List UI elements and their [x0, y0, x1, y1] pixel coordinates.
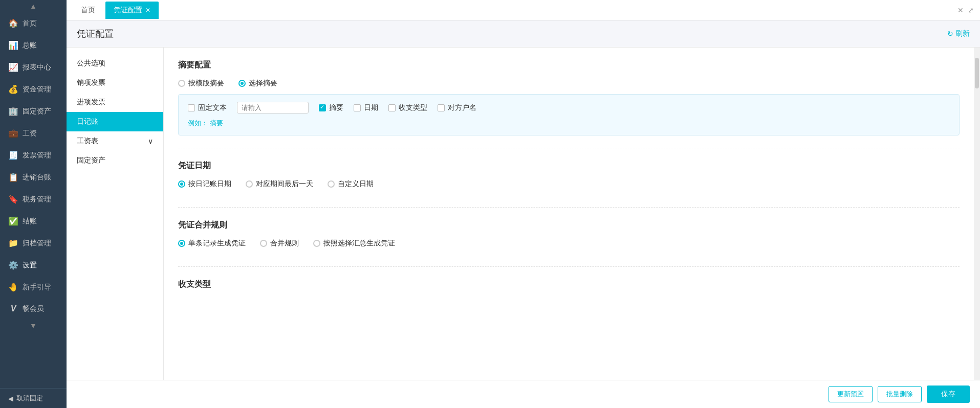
update-preset-button[interactable]: 更新预置	[829, 386, 873, 402]
radio-by-record-date[interactable]: 按日记账日期	[178, 179, 231, 189]
summary-radio-group: 按模版摘要 选择摘要	[178, 79, 960, 88]
voucher-merge-section: 凭证合并规则 单条记录生成凭证 合并规则 按照选择汇总生成凭证	[178, 220, 960, 267]
chevron-down-icon: ∨	[148, 137, 153, 145]
radio-by-record-date-label: 按日记账日期	[188, 179, 231, 189]
tab-home[interactable]: 首页	[73, 2, 103, 19]
page-header: 凭证配置 ↻ 刷新	[67, 20, 980, 48]
sidebar-item-assets[interactable]: 🏢 固定资产	[0, 100, 67, 122]
left-nav-journal[interactable]: 日记账	[67, 112, 163, 131]
radio-by-selection-input[interactable]	[313, 240, 320, 247]
checkbox-date-label: 日期	[364, 103, 378, 112]
radio-last-day-input[interactable]	[246, 180, 253, 188]
radio-select-summary[interactable]: 选择摘要	[238, 79, 277, 88]
left-nav-payroll-label: 工资表	[77, 137, 98, 146]
pin-label: 取消固定	[16, 394, 43, 403]
radio-last-day[interactable]: 对应期间最后一天	[246, 179, 313, 189]
radio-single-record[interactable]: 单条记录生成凭证	[178, 239, 246, 248]
sidebar-item-home[interactable]: 🏠 首页	[0, 12, 67, 34]
radio-by-selection[interactable]: 按照选择汇总生成凭证	[313, 239, 395, 248]
radio-template-summary[interactable]: 按模版摘要	[178, 79, 224, 88]
sidebar-item-settle[interactable]: ✅ 结账	[0, 210, 67, 232]
left-nav-fixed-assets[interactable]: 固定资产	[67, 151, 163, 170]
sidebar-item-sales-ledger[interactable]: 📋 进销台账	[0, 166, 67, 188]
sidebar-item-label: 总账	[23, 41, 37, 50]
left-nav: 公共选项 销项发票 进项发票 日记账 工资表 ∨ 固定资产	[67, 48, 164, 380]
tab-controls: ✕ ⤢	[957, 6, 974, 14]
voucher-date-section: 凭证日期 按日记账日期 对应期间最后一天 自定义日期	[178, 161, 960, 208]
example-text: 例如： 摘要	[188, 119, 950, 128]
radio-merge-rule-input[interactable]	[260, 240, 267, 247]
checkbox-income-type-input[interactable]	[388, 104, 396, 111]
sidebar-item-tax[interactable]: 🔖 税务管理	[0, 188, 67, 210]
tab-bar: 首页 凭证配置 ✕ ✕ ⤢	[67, 0, 980, 20]
invoice-mgmt-icon: 🧾	[8, 150, 18, 160]
radio-by-record-date-input[interactable]	[178, 180, 185, 188]
radio-custom-date[interactable]: 自定义日期	[328, 179, 374, 189]
checkbox-counterpart-name[interactable]: 对方户名	[438, 103, 476, 112]
sidebar-item-label: 资金管理	[23, 85, 51, 94]
sidebar-item-guide[interactable]: 🤚 新手引导	[0, 276, 67, 298]
example-prefix: 例如：	[188, 119, 208, 127]
tab-voucher-config[interactable]: 凭证配置 ✕	[105, 2, 159, 19]
scroll-thumb[interactable]	[975, 58, 979, 88]
content-area: 凭证配置 ↻ 刷新 公共选项 销项发票 进项发票 日记账	[67, 20, 980, 408]
tax-icon: 🔖	[8, 194, 18, 204]
page-title: 凭证配置	[77, 28, 114, 40]
checkbox-date[interactable]: 日期	[354, 103, 378, 112]
main-panel: 摘要配置 按模版摘要 选择摘要	[164, 48, 974, 380]
window-expand-icon[interactable]: ⤢	[968, 6, 974, 14]
sidebar-item-member[interactable]: V 畅会员	[0, 298, 67, 320]
radio-select-summary-input[interactable]	[238, 80, 246, 87]
left-nav-payroll-table[interactable]: 工资表 ∨	[67, 131, 163, 151]
radio-custom-date-input[interactable]	[328, 180, 335, 188]
payroll-icon: 💼	[8, 128, 18, 138]
summary-checkbox-config: 固定文本 摘要 日期	[178, 94, 960, 135]
checkbox-counterpart-name-input[interactable]	[438, 104, 445, 111]
radio-merge-rule[interactable]: 合并规则	[260, 239, 299, 248]
sidebar-item-capital[interactable]: 💰 资金管理	[0, 78, 67, 100]
pin-icon: ◀	[8, 395, 13, 402]
left-nav-purchase-invoice[interactable]: 进项发票	[67, 93, 163, 112]
voucher-date-title: 凭证日期	[178, 161, 960, 171]
sidebar-pin-toggle[interactable]: ◀ 取消固定	[0, 388, 67, 408]
sidebar-item-label: 固定资产	[23, 107, 51, 116]
sidebar-item-archive[interactable]: 📁 归档管理	[0, 232, 67, 254]
example-value: 摘要	[210, 119, 223, 127]
sidebar-item-invoice-mgmt[interactable]: 🧾 发票管理	[0, 144, 67, 166]
scroll-rail	[974, 48, 980, 380]
sidebar-item-settings[interactable]: ⚙️ 设置	[0, 254, 67, 276]
sidebar-item-ledger[interactable]: 📊 总账	[0, 34, 67, 56]
tab-close-icon[interactable]: ✕	[145, 7, 150, 14]
checkbox-income-type[interactable]: 收支类型	[388, 103, 427, 112]
settings-icon: ⚙️	[8, 260, 18, 270]
checkbox-date-input[interactable]	[354, 104, 361, 111]
sidebar-scroll-down[interactable]: ▼	[0, 320, 67, 332]
fixed-text-input[interactable]	[237, 102, 309, 114]
checkbox-fixed-text[interactable]: 固定文本	[188, 103, 227, 112]
sidebar-item-reports[interactable]: 📈 报表中心	[0, 56, 67, 78]
refresh-button[interactable]: ↻ 刷新	[947, 29, 970, 38]
sidebar-scroll-up[interactable]: ▲	[0, 0, 67, 12]
left-nav-sales-invoice[interactable]: 销项发票	[67, 73, 163, 93]
window-close-icon[interactable]: ✕	[957, 6, 964, 14]
radio-template-summary-input[interactable]	[178, 80, 185, 87]
sidebar-item-label: 设置	[23, 261, 37, 270]
checkbox-summary-input[interactable]	[319, 104, 326, 111]
left-nav-public[interactable]: 公共选项	[67, 54, 163, 73]
capital-icon: 💰	[8, 84, 18, 94]
voucher-merge-radio-group: 单条记录生成凭证 合并规则 按照选择汇总生成凭证	[178, 239, 960, 248]
checkbox-summary[interactable]: 摘要	[319, 103, 343, 112]
archive-icon: 📁	[8, 238, 18, 248]
sidebar-item-label: 新手引导	[23, 283, 51, 292]
sidebar-item-label: 首页	[23, 19, 37, 28]
left-nav-journal-label: 日记账	[77, 117, 98, 126]
save-button[interactable]: 保存	[927, 386, 970, 403]
refresh-icon: ↻	[947, 30, 953, 38]
sidebar-item-payroll[interactable]: 💼 工资	[0, 122, 67, 144]
batch-delete-button[interactable]: 批量删除	[878, 386, 922, 402]
sidebar-item-label: 结账	[23, 217, 37, 226]
left-nav-sales-invoice-label: 销项发票	[77, 78, 105, 87]
radio-single-record-input[interactable]	[178, 240, 185, 247]
checkbox-fixed-text-input[interactable]	[188, 104, 195, 111]
summary-config-section: 摘要配置 按模版摘要 选择摘要	[178, 60, 960, 148]
